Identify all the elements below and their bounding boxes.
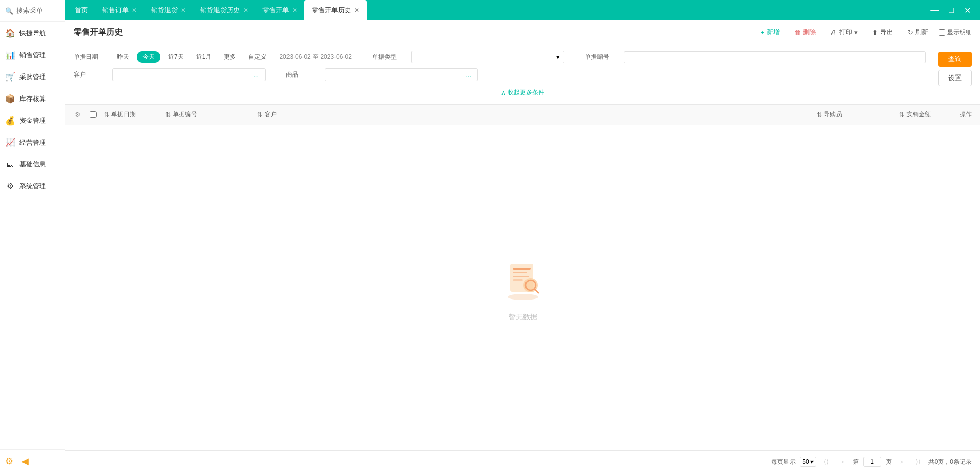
close-icon[interactable]: ✕ <box>354 7 360 14</box>
doc-num-input[interactable] <box>628 54 921 61</box>
th-amount[interactable]: ⇅ 实销金额 <box>874 110 935 119</box>
th-guide[interactable]: ⇅ 导购员 <box>812 110 874 119</box>
select-all-checkbox[interactable] <box>86 111 100 118</box>
tab-retail-open-history[interactable]: 零售开单历史 ✕ <box>304 0 367 20</box>
empty-text: 暂无数据 <box>509 313 537 322</box>
tab-retail-open[interactable]: 零售开单 ✕ <box>255 0 304 20</box>
doc-num-input-wrap <box>624 51 926 63</box>
last-page-btn[interactable]: ⟩⟩ <box>912 456 924 468</box>
sidebar-item-basic-info[interactable]: 🗂 基础信息 <box>0 154 65 175</box>
next-page-btn[interactable]: ＞ <box>896 456 908 468</box>
print-button[interactable]: 🖨 打印 ▾ <box>826 26 862 39</box>
th-num[interactable]: ⇅ 单据编号 <box>161 110 253 119</box>
filter-fields: 单据日期 昨天 今天 近7天 近1月 更多 自定义 2023-06-02 至 2… <box>74 51 926 86</box>
main-area: 首页 销售订单 ✕ 销货退货 ✕ 销货退货历史 ✕ 零售开单 ✕ 零售开单历史 … <box>65 0 980 473</box>
last-month-btn[interactable]: 近1月 <box>192 51 217 63</box>
tab-sales-return-label: 销货退货 <box>151 6 178 15</box>
svg-rect-4 <box>513 276 529 277</box>
page-number-input[interactable] <box>863 457 881 467</box>
filter-row-1: 单据日期 昨天 今天 近7天 近1月 更多 自定义 2023-06-02 至 2… <box>74 51 926 63</box>
collapse-label: 收起更多条件 <box>508 88 544 97</box>
filter-settings-button[interactable]: 设置 <box>938 70 972 86</box>
maximize-button[interactable]: □ <box>946 5 957 16</box>
tab-home[interactable]: 首页 <box>67 0 95 20</box>
table-header: ⚙ ⇅ 单据日期 ⇅ 单据编号 ⇅ 客户 ⇅ 导购员 <box>65 105 980 125</box>
tab-sales-return[interactable]: 销货退货 ✕ <box>144 0 193 20</box>
more-btn[interactable]: 更多 <box>219 51 241 63</box>
add-button[interactable]: + 新增 <box>756 26 784 39</box>
filter-actions: 查询 设置 <box>938 51 972 86</box>
tab-sales-return-history[interactable]: 销货退货历史 ✕ <box>193 0 255 20</box>
close-button[interactable]: ✕ <box>961 5 974 16</box>
cart-icon: 🛒 <box>5 72 15 82</box>
custom-btn[interactable]: 自定义 <box>244 51 271 63</box>
tab-sales-order[interactable]: 销售订单 ✕ <box>95 0 144 20</box>
customer-dots-btn[interactable]: ... <box>251 71 261 79</box>
filter-row-2: 客户 ... 商品 ... <box>74 68 926 81</box>
sidebar-item-sys-mgmt[interactable]: ⚙ 系统管理 <box>0 175 65 197</box>
delete-button[interactable]: 🗑 删除 <box>790 26 820 39</box>
collapse-filter-btn[interactable]: ∧ 收起更多条件 <box>74 86 972 101</box>
date-buttons: 昨天 今天 近7天 近1月 更多 自定义 <box>112 51 271 63</box>
content-area: 零售开单历史 + 新增 🗑 删除 🖨 打印 ▾ ⬆ 导出 <box>65 20 980 473</box>
export-button[interactable]: ⬆ 导出 <box>868 26 897 39</box>
refresh-button[interactable]: ↻ 刷新 <box>903 26 933 39</box>
goods-dots-btn[interactable]: ... <box>464 71 473 79</box>
sidebar-search[interactable]: 🔍 搜索采单 <box>0 0 65 22</box>
goods-input[interactable] <box>329 71 464 79</box>
chart-icon: 📊 <box>5 50 15 60</box>
sidebar-search-label: 搜索采单 <box>16 6 43 15</box>
close-icon[interactable]: ✕ <box>243 7 248 14</box>
page-size-select[interactable]: 50 ▾ <box>800 457 816 467</box>
query-button[interactable]: 查询 <box>938 52 972 67</box>
close-icon[interactable]: ✕ <box>292 7 297 14</box>
sidebar-item-finance[interactable]: 💰 资金管理 <box>0 110 65 132</box>
add-label: 新增 <box>767 28 780 37</box>
yesterday-btn[interactable]: 昨天 <box>112 51 134 63</box>
date-range-display: 2023-06-02 至 2023-06-02 <box>279 53 351 61</box>
th-ops-label: 操作 <box>960 110 972 119</box>
doc-type-select[interactable]: ▾ <box>411 51 564 63</box>
export-icon: ⬆ <box>872 29 878 36</box>
sidebar-item-label: 资金管理 <box>19 116 46 126</box>
tab-home-label: 首页 <box>75 6 88 15</box>
customer-input[interactable] <box>117 71 251 79</box>
th-num-label: 单据编号 <box>173 110 197 119</box>
date-filter-label: 单据日期 <box>74 53 104 61</box>
close-icon[interactable]: ✕ <box>181 7 186 14</box>
show-detail-checkbox-label[interactable]: 显示明细 <box>939 28 972 37</box>
today-btn[interactable]: 今天 <box>137 51 160 63</box>
sort-icon: ⇅ <box>257 111 262 118</box>
sidebar-item-quick-nav[interactable]: 🏠 快捷导航 <box>0 22 65 44</box>
close-icon[interactable]: ✕ <box>132 7 137 14</box>
svg-rect-3 <box>513 272 527 273</box>
sidebar-item-label: 销售管理 <box>19 51 46 60</box>
settings-icon[interactable]: ⚙ <box>5 456 13 467</box>
table-settings-icon[interactable]: ⚙ <box>69 111 86 118</box>
sidebar-item-operations[interactable]: 📈 经营管理 <box>0 132 65 154</box>
page-size-value: 50 <box>802 458 809 465</box>
th-date[interactable]: ⇅ 单据日期 <box>100 110 161 119</box>
customer-input-wrap: ... <box>112 68 266 81</box>
select-all-input[interactable] <box>90 111 97 118</box>
prev-page-btn[interactable]: ＜ <box>836 456 849 468</box>
page-size-dropdown-icon: ▾ <box>810 458 814 465</box>
sidebar-item-sales-mgmt[interactable]: 📊 销售管理 <box>0 44 65 66</box>
page-label-2: 页 <box>886 458 892 466</box>
folder-icon: 🗂 <box>5 160 15 169</box>
sidebar-item-purchase-mgmt[interactable]: 🛒 采购管理 <box>0 66 65 88</box>
last7-btn[interactable]: 近7天 <box>163 51 188 63</box>
sidebar-item-label: 基础信息 <box>19 160 46 169</box>
minimize-button[interactable]: — <box>927 5 942 16</box>
dropdown-icon: ▾ <box>556 53 560 61</box>
print-label: 打印 <box>839 28 852 37</box>
collapse-sidebar-icon[interactable]: ◀ <box>21 456 29 467</box>
trend-icon: 📈 <box>5 138 15 147</box>
goods-input-wrap: ... <box>325 68 478 81</box>
show-detail-checkbox[interactable] <box>939 29 945 36</box>
first-page-btn[interactable]: ⟨⟨ <box>820 456 832 468</box>
th-customer[interactable]: ⇅ 客户 <box>253 110 812 119</box>
th-ops: 操作 <box>935 110 976 119</box>
toolbar: 零售开单历史 + 新增 🗑 删除 🖨 打印 ▾ ⬆ 导出 <box>65 20 980 44</box>
sidebar-item-inventory[interactable]: 📦 库存核算 <box>0 88 65 110</box>
